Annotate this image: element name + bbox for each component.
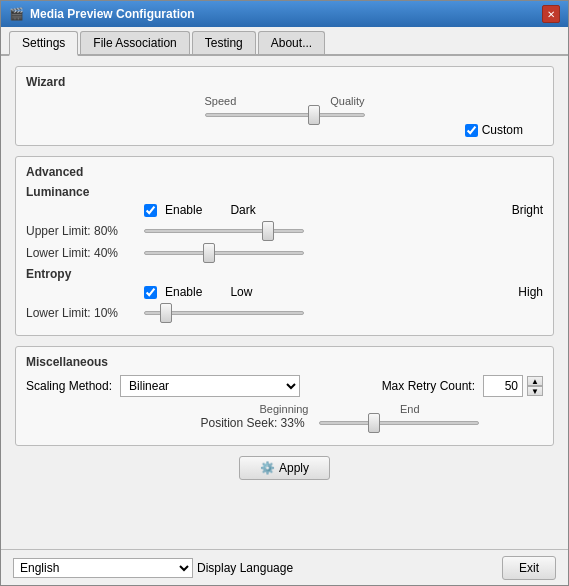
scaling-method-select[interactable]: Bilinear Nearest Neighbor Bicubic Lanczo… xyxy=(120,375,300,397)
entropy-enable-row: Enable Low High xyxy=(26,285,543,299)
position-seek-container: Beginning End Position Seek: 33% xyxy=(136,403,543,437)
entropy-lower-slider[interactable] xyxy=(144,305,304,321)
language-section: English Display Language xyxy=(13,558,293,578)
tab-testing[interactable]: Testing xyxy=(192,31,256,54)
position-seek-slider[interactable] xyxy=(319,415,479,431)
entropy-subsection: Entropy Enable Low High Lower Limit: 10% xyxy=(26,267,543,321)
exit-button[interactable]: Exit xyxy=(502,556,556,580)
main-window: 🎬 Media Preview Configuration ✕ Settings… xyxy=(0,0,569,586)
upper-limit-label: Upper Limit: 80% xyxy=(26,224,136,238)
spinner-up[interactable]: ▲ xyxy=(527,376,543,386)
tab-about[interactable]: About... xyxy=(258,31,325,54)
scaling-row: Scaling Method: Bilinear Nearest Neighbo… xyxy=(26,375,543,397)
tabs-bar: Settings File Association Testing About.… xyxy=(1,27,568,56)
max-retry-spinner: ▲ ▼ xyxy=(483,375,543,397)
luminance-lower-slider[interactable] xyxy=(144,245,304,261)
apply-label: Apply xyxy=(279,461,309,475)
position-seek-labels: Beginning End xyxy=(260,403,420,415)
apply-icon: ⚙️ xyxy=(260,461,275,475)
close-button[interactable]: ✕ xyxy=(542,5,560,23)
wizard-slider-labels: Speed Quality xyxy=(205,95,365,107)
apply-button-container: ⚙️ Apply xyxy=(15,456,554,480)
luminance-enable-row: Enable Dark Bright xyxy=(26,203,543,217)
high-label: High xyxy=(518,285,543,299)
spinner-buttons: ▲ ▼ xyxy=(527,376,543,396)
quality-label: Quality xyxy=(330,95,364,107)
custom-row: Custom xyxy=(26,123,543,137)
scaling-method-label: Scaling Method: xyxy=(26,379,112,393)
max-retry-input[interactable] xyxy=(483,375,523,397)
spinner-down[interactable]: ▼ xyxy=(527,386,543,396)
luminance-subsection: Luminance Enable Dark Bright Upper Limit… xyxy=(26,185,543,261)
wizard-label: Wizard xyxy=(26,75,543,89)
max-retry-label: Max Retry Count: xyxy=(382,379,475,393)
tab-settings[interactable]: Settings xyxy=(9,31,78,56)
luminance-enable-label: Enable xyxy=(165,203,202,217)
display-language-label: Display Language xyxy=(197,561,293,575)
low-label: Low xyxy=(230,285,252,299)
speed-label: Speed xyxy=(205,95,237,107)
apply-button[interactable]: ⚙️ Apply xyxy=(239,456,330,480)
miscellaneous-label: Miscellaneous xyxy=(26,355,543,369)
settings-content: Wizard Speed Quality Custom Advanced Lum… xyxy=(1,56,568,549)
luminance-upper-slider[interactable] xyxy=(144,223,304,239)
position-seek-label: Position Seek: 33% xyxy=(201,416,311,430)
window-icon: 🎬 xyxy=(9,7,24,21)
bright-label: Bright xyxy=(512,203,543,217)
lower-limit-label: Lower Limit: 40% xyxy=(26,246,136,260)
miscellaneous-section: Miscellaneous Scaling Method: Bilinear N… xyxy=(15,346,554,446)
wizard-slider[interactable] xyxy=(205,107,365,123)
entropy-lower-row: Lower Limit: 10% xyxy=(26,305,543,321)
title-bar: 🎬 Media Preview Configuration ✕ xyxy=(1,1,568,27)
luminance-label: Luminance xyxy=(26,185,543,199)
advanced-section: Advanced Luminance Enable Dark Bright Up… xyxy=(15,156,554,336)
luminance-upper-row: Upper Limit: 80% xyxy=(26,223,543,239)
luminance-enable-checkbox[interactable] xyxy=(144,204,157,217)
end-label: End xyxy=(400,403,420,415)
title-bar-left: 🎬 Media Preview Configuration xyxy=(9,7,195,21)
wizard-section: Wizard Speed Quality Custom xyxy=(15,66,554,146)
position-seek-row: Position Seek: 33% xyxy=(201,415,479,431)
window-title: Media Preview Configuration xyxy=(30,7,195,21)
tab-file-association[interactable]: File Association xyxy=(80,31,189,54)
entropy-lower-label: Lower Limit: 10% xyxy=(26,306,136,320)
advanced-label: Advanced xyxy=(26,165,543,179)
custom-checkbox[interactable] xyxy=(465,124,478,137)
entropy-label: Entropy xyxy=(26,267,543,281)
language-select[interactable]: English xyxy=(13,558,193,578)
beginning-label: Beginning xyxy=(260,403,309,415)
luminance-lower-row: Lower Limit: 40% xyxy=(26,245,543,261)
entropy-enable-label: Enable xyxy=(165,285,202,299)
bottom-bar: English Display Language Exit xyxy=(1,549,568,585)
custom-label: Custom xyxy=(482,123,523,137)
entropy-enable-checkbox[interactable] xyxy=(144,286,157,299)
dark-label: Dark xyxy=(230,203,255,217)
